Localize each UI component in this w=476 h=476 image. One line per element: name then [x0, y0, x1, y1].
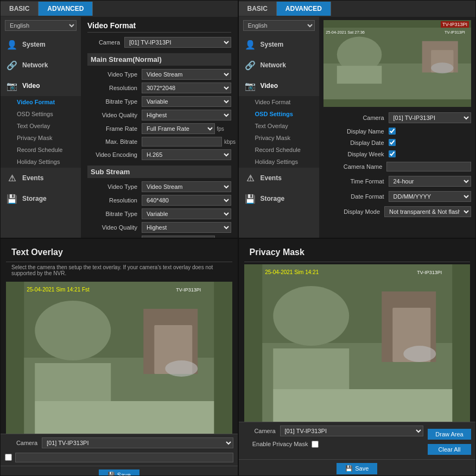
display-mode-label: Display Mode [323, 208, 385, 215]
sub-resolution-select[interactable]: 640*480 [142, 195, 231, 206]
svg-point-16 [165, 360, 198, 377]
sidebar-item-storage-q2[interactable]: 💾 Storage [239, 188, 319, 209]
video-submenu-q1: Video Format OSD Settings Text Overlay P… [1, 96, 81, 168]
sidebar-item-events-q2[interactable]: ⚠ Events [239, 168, 319, 188]
main-video-encoding-select[interactable]: H.265 [142, 149, 231, 160]
sidebar-item-network-q2[interactable]: 🔗 Network [239, 55, 319, 75]
submenu-text-overlay-q1[interactable]: Text Overlay [11, 120, 81, 132]
submenu-holiday-q1[interactable]: Holiday Settings [11, 156, 81, 168]
display-date-row: Display Date [323, 138, 472, 147]
sidebar-item-events-q1[interactable]: ⚠ Events [1, 168, 81, 188]
enable-label-q4: Enable Privacy Mask [243, 441, 308, 447]
submenu-osd-q2[interactable]: OSD Settings [250, 108, 319, 120]
display-date-checkbox[interactable] [389, 139, 396, 146]
svg-rect-24 [273, 348, 349, 389]
tab-advanced-q1[interactable]: ADVANCED [39, 2, 93, 16]
landscape-svg-q4: 25-04-2021 Sim 14:21 TV-IP313PI [244, 264, 471, 422]
camera-label-q2: Camera [323, 115, 389, 121]
tab-advanced-q2[interactable]: ADVANCED [277, 2, 331, 16]
save-bar-q3: 💾 Save [1, 466, 238, 477]
submenu-holiday-q2[interactable]: Holiday Settings [250, 156, 319, 168]
text-overlay-input-q3[interactable] [15, 453, 233, 462]
privacy-mask-header: Privacy Mask [239, 239, 476, 264]
display-week-checkbox[interactable] [389, 150, 396, 157]
sidebar-label-network-q2: Network [261, 61, 286, 69]
main-bitrate-type-select[interactable]: Variable [142, 96, 231, 107]
sidebar-item-storage-q1[interactable]: 💾 Storage [1, 188, 81, 209]
sidebar-label-video-q1: Video [22, 82, 40, 90]
camera-select-q3[interactable]: [01] TV-IP313PI [42, 437, 233, 448]
language-select-q2[interactable]: English [243, 20, 315, 31]
camera-name-input[interactable]: TV-IP313PI [386, 162, 471, 172]
camera-select-q1[interactable]: [01] TV-IP313PI [124, 37, 231, 48]
svg-rect-15 [35, 401, 214, 434]
svg-text:TV-IP313PI: TV-IP313PI [417, 270, 442, 275]
camera-select-q2[interactable]: [01] TV-IP313PI [389, 112, 472, 123]
main-frame-rate-row: Frame Rate Full Frame Rate fps [87, 123, 231, 134]
enable-privacy-mask-checkbox[interactable] [312, 441, 319, 448]
clear-all-button[interactable]: Clear All [428, 444, 471, 455]
camera-label-q4: Camera [243, 428, 276, 434]
submenu-record-schedule-q1[interactable]: Record Schedule [11, 144, 81, 156]
sidebar-label-system-q2: System [261, 41, 284, 48]
svg-text:25-04-2021 Sim 14:21 Fst: 25-04-2021 Sim 14:21 Fst [27, 287, 90, 293]
date-format-select[interactable]: DD/MM/YYYY [389, 191, 472, 202]
sub-frame-rate-select[interactable]: 20 [142, 236, 215, 238]
time-format-select[interactable]: 24-hour [389, 176, 472, 187]
sub-bitrate-type-row: Bitrate Type Variable [87, 208, 231, 219]
text-overlay-header: Text Overlay Select the camera then setu… [1, 239, 238, 282]
display-mode-select[interactable]: Not transparent & Not flashing [384, 206, 471, 217]
display-name-checkbox[interactable] [389, 128, 396, 135]
main-resolution-select[interactable]: 3072*2048 [142, 82, 231, 93]
main-max-bitrate-row: Max. Bitrate 4096 kbps [87, 137, 231, 147]
submenu-osd-q1[interactable]: OSD Settings [11, 108, 81, 120]
draw-area-button[interactable]: Draw Area [428, 429, 471, 440]
sidebar-item-system-q2[interactable]: 👤 System [239, 34, 319, 55]
sidebar-item-video-q1[interactable]: 📷 Video [1, 75, 81, 96]
sidebar-item-system-q1[interactable]: 👤 System [1, 34, 81, 55]
sub-stream-header: Sub Stream [87, 166, 231, 178]
language-select-q1[interactable]: English [5, 20, 77, 31]
svg-text:25-04-2021 Sat 27:36: 25-04-2021 Sat 27:36 [326, 30, 365, 35]
main-frame-rate-select[interactable]: Full Frame Rate [142, 123, 215, 134]
camera-preview-q4: 25-04-2021 Sim 14:21 TV-IP313PI [244, 264, 471, 422]
svg-rect-5 [337, 66, 382, 84]
system-icon-q1: 👤 [6, 39, 18, 50]
sidebar-q2: English 👤 System 🔗 Network 📷 Video Video… [239, 17, 319, 238]
sub-video-type-row: Video Type Video Stream [87, 181, 231, 192]
events-icon-q1: ⚠ [6, 172, 18, 184]
submenu-video-format-q1[interactable]: Video Format [11, 96, 81, 108]
tab-bar-q1: BASIC ADVANCED [1, 1, 238, 17]
sub-resolution-row: Resolution 640*480 [87, 195, 231, 206]
sub-bitrate-type-select[interactable]: Variable [142, 208, 231, 219]
sidebar-item-video-q2[interactable]: 📷 Video [239, 75, 319, 96]
svg-point-26 [403, 346, 436, 362]
submenu-record-schedule-q2[interactable]: Record Schedule [250, 144, 319, 156]
quadrant-osd-settings: BASIC ADVANCED English 👤 System 🔗 Networ… [238, 0, 477, 238]
svg-text:TV-IP313PI: TV-IP313PI [444, 30, 465, 35]
main-bitrate-type-label: Bitrate Type [87, 98, 142, 105]
camera-select-q4[interactable]: [01] TV-IP313PI [280, 426, 424, 436]
submenu-privacy-mask-q1[interactable]: Privacy Mask [11, 132, 81, 144]
submenu-video-format-q2[interactable]: Video Format [250, 96, 319, 108]
text-overlay-checkbox-q3[interactable] [5, 454, 12, 461]
sub-video-type-select[interactable]: Video Stream [142, 181, 231, 192]
sidebar-label-storage-q1: Storage [22, 195, 47, 202]
sub-video-quality-select[interactable]: Highest [142, 222, 231, 233]
svg-rect-14 [35, 363, 111, 401]
main-video-type-row: Video Type Video Stream [87, 69, 231, 80]
save-button-q4[interactable]: 💾 Save [337, 463, 377, 474]
main-video-type-select[interactable]: Video Stream [142, 69, 231, 80]
svg-text:25-04-2021 Sim 14:21: 25-04-2021 Sim 14:21 [265, 269, 319, 275]
tab-basic-q1[interactable]: BASIC [1, 2, 39, 16]
submenu-privacy-mask-q2[interactable]: Privacy Mask [250, 132, 319, 144]
network-icon-q1: 🔗 [6, 59, 18, 71]
submenu-text-overlay-q2[interactable]: Text Overlay [250, 120, 319, 132]
tab-basic-q2[interactable]: BASIC [239, 2, 277, 16]
save-button-q3[interactable]: 💾 Save [99, 469, 139, 477]
main-max-bitrate-input[interactable]: 4096 [142, 137, 222, 147]
sidebar-item-network-q1[interactable]: 🔗 Network [1, 55, 81, 75]
privacy-mask-form: Camera [01] TV-IP313PI Enable Privacy Ma… [239, 422, 476, 459]
main-video-quality-select[interactable]: Highest [142, 110, 231, 120]
main-layout-q2: English 👤 System 🔗 Network 📷 Video Video… [239, 17, 476, 238]
